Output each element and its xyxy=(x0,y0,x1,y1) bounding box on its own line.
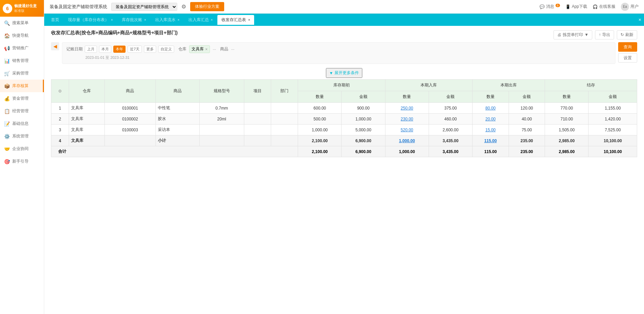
sidebar-item-finance[interactable]: 💰 资金管理 xyxy=(0,92,44,105)
in-qty-link[interactable]: 520.00 xyxy=(385,125,429,135)
col-in-qty-header: 数量 xyxy=(385,91,429,103)
system-icon: ⚙️ xyxy=(4,134,10,139)
out-qty-link[interactable]: 15.00 xyxy=(472,125,509,135)
in-qty-link[interactable]: 230.00 xyxy=(385,114,429,125)
trial-button[interactable]: 体验行业方案 xyxy=(190,2,224,11)
warehouse-filter-more[interactable]: ··· xyxy=(213,47,216,52)
date-filter-label: 记账日期 xyxy=(66,46,83,52)
more-btn[interactable]: 更多 xyxy=(144,46,156,53)
sidebar-logo: 6 xyxy=(3,4,12,13)
tab-home[interactable]: 首页 xyxy=(47,15,63,25)
tab-in-out-summary[interactable]: 出入库汇总 × xyxy=(184,15,217,25)
goods-filter-more[interactable]: ··· xyxy=(231,47,234,52)
tab-close-in-out-flow[interactable]: × xyxy=(178,18,180,22)
this-month-btn[interactable]: 本月 xyxy=(99,46,111,53)
warehouse-tag-close[interactable]: × xyxy=(205,47,208,52)
print-button[interactable]: 🖨 拣货单打印 ▼ xyxy=(554,30,592,39)
avatar: Ea xyxy=(621,3,629,11)
col-out-amt-header: 金额 xyxy=(509,91,545,103)
main-area: 装备及固定资产辅助管理系统 装备及固定资产辅助管理系统 ⚙ 体验行业方案 💬 消… xyxy=(44,0,644,314)
refresh-button[interactable]: ↻ 刷新 xyxy=(617,30,637,39)
system-selector[interactable]: 装备及固定资产辅助管理系统 xyxy=(111,3,177,11)
total-out-amt: 235.00 xyxy=(509,146,545,157)
system-name: 装备及固定资产辅助管理系统 xyxy=(50,4,107,10)
filter-collapse-button[interactable]: ◀ xyxy=(51,42,59,50)
col-department-header: 部门 xyxy=(271,80,298,103)
sidebar-item-operations[interactable]: 📋 经营管理 xyxy=(0,105,44,117)
tab-collect-summary[interactable]: 收发存汇总表 × xyxy=(217,15,254,25)
col-settings-header[interactable]: ⚙ xyxy=(51,80,69,103)
sidebar-item-inventory[interactable]: 📦 库存核算 xyxy=(0,80,44,92)
topbar-right: 💬 消息 6 📱 App下载 🎧 在线客服 Ea 用户 xyxy=(540,3,639,11)
last-7days-btn[interactable]: 近7天 xyxy=(128,46,142,53)
out-qty-link[interactable]: 80.00 xyxy=(472,103,509,114)
sidebar: 6 畅捷通好生意 标准版 🔍 搜索菜单 🏠 快捷导航 📢 营销推广 📊 销售管理… xyxy=(0,0,44,314)
sidebar-item-newbie[interactable]: 🎯 新手引导 xyxy=(0,155,44,168)
query-button[interactable]: 查询 xyxy=(618,42,637,52)
col-closing-header: 结存 xyxy=(545,80,637,91)
sidebar-item-enterprise[interactable]: 🤝 企业协同 xyxy=(0,143,44,155)
tabbar-close-icon[interactable]: × xyxy=(639,17,641,22)
page-header: 收发存汇总表(按仓库+商品编码+商品+规格型号+项目+部门) 🖨 拣货单打印 ▼… xyxy=(44,26,644,42)
sidebar-item-system[interactable]: ⚙️ 系统管理 xyxy=(0,130,44,143)
date-range-display: 2023-01-01 至 2023-12-31 xyxy=(85,55,130,60)
total-in-qty: 1,000.00 xyxy=(385,146,429,157)
tab-close-batch[interactable]: × xyxy=(144,18,146,22)
user-item[interactable]: Ea 用户 xyxy=(621,3,639,11)
sidebar-item-sales[interactable]: 📊 销售管理 xyxy=(0,54,44,67)
last-month-btn[interactable]: 上月 xyxy=(85,46,97,53)
app-download-item[interactable]: 📱 App下载 xyxy=(565,4,587,10)
sidebar-title-line1: 畅捷通好生意 xyxy=(14,3,37,9)
tab-in-out-flow[interactable]: 出入库流水 × xyxy=(151,15,184,25)
col-goods-code-header: 商品 xyxy=(104,80,155,103)
export-button[interactable]: ↑ 导出 xyxy=(595,30,614,39)
page-title: 收发存汇总表(按仓库+商品编码+商品+规格型号+项目+部门) xyxy=(51,30,178,36)
sidebar-menu: 🔍 搜索菜单 🏠 快捷导航 📢 营销推广 📊 销售管理 🛒 采购管理 📦 库存核… xyxy=(0,17,44,314)
settings-icon: ⚙ xyxy=(58,89,62,94)
total-close-amt: 10,100.00 xyxy=(589,146,637,157)
operations-icon: 📋 xyxy=(4,109,10,114)
print-icon: 🖨 xyxy=(557,32,561,37)
headset-icon: 🎧 xyxy=(593,4,598,9)
goods-filter-label: 商品 xyxy=(220,46,228,52)
sidebar-item-basic[interactable]: 📝 基础信息 xyxy=(0,117,44,130)
this-year-btn[interactable]: 本年 xyxy=(113,46,126,53)
expand-row: ▼ 展开更多条件 xyxy=(44,67,644,79)
col-opening-amt-header: 金额 xyxy=(342,91,385,103)
in-qty-link[interactable]: 1,000.00 xyxy=(385,135,429,146)
tab-close-inventory-dist[interactable]: × xyxy=(111,18,113,22)
sidebar-item-purchase[interactable]: 🛒 采购管理 xyxy=(0,67,44,80)
topbar-left: 装备及固定资产辅助管理系统 装备及固定资产辅助管理系统 ⚙ 体验行业方案 xyxy=(50,2,224,11)
custom-btn[interactable]: 自定义 xyxy=(158,46,174,53)
total-out-qty: 115.00 xyxy=(472,146,509,157)
sidebar-header: 6 畅捷通好生意 标准版 xyxy=(0,0,44,17)
sidebar-title-block: 畅捷通好生意 标准版 xyxy=(14,3,37,13)
tab-close-collect-summary[interactable]: × xyxy=(248,18,250,22)
sidebar-item-search[interactable]: 🔍 搜索菜单 xyxy=(0,17,44,29)
out-qty-link[interactable]: 115.00 xyxy=(472,135,509,146)
sidebar-item-marketing[interactable]: 📢 营销推广 xyxy=(0,42,44,54)
expand-conditions-button[interactable]: ▼ 展开更多条件 xyxy=(326,68,363,78)
date-filter-section: 记账日期 上月 本月 本年 近7天 更多 自定义 xyxy=(66,46,174,53)
table-row: 1文具库0100001中性笔0.7mm600.00900.00250.00375… xyxy=(51,103,637,114)
home-icon: 🏠 xyxy=(4,33,10,38)
export-icon: ↑ xyxy=(599,32,601,37)
notification-item[interactable]: 💬 消息 6 xyxy=(540,4,560,10)
filter-settings-button[interactable]: 设置 xyxy=(618,53,637,63)
online-service-item[interactable]: 🎧 在线客服 xyxy=(593,4,615,10)
phone-icon: 📱 xyxy=(565,4,571,9)
table-wrapper: ⚙ 仓库 商品 商品 规格型号 项目 部门 库存期初 本期入库 本期出库 结存 xyxy=(44,79,644,157)
tab-inventory-dist[interactable]: 现存量（库存分布表） × xyxy=(64,15,117,25)
tabbar: 首页 现存量（库存分布表） × 库存批次账 × 出入库流水 × 出入库汇总 × … xyxy=(44,14,644,26)
gear-icon[interactable]: ⚙ xyxy=(181,3,186,10)
inventory-icon: 📦 xyxy=(4,83,10,89)
tab-close-in-out-summary[interactable]: × xyxy=(211,18,213,22)
sidebar-title-line2: 标准版 xyxy=(14,9,37,13)
newbie-icon: 🎯 xyxy=(4,159,10,164)
out-qty-link[interactable]: 20.00 xyxy=(472,114,509,125)
basic-icon: 📝 xyxy=(4,121,10,127)
sidebar-item-quicknav[interactable]: 🏠 快捷导航 xyxy=(0,29,44,42)
tab-batch[interactable]: 库存批次账 × xyxy=(118,15,150,25)
col-in-header: 本期入库 xyxy=(385,80,472,91)
in-qty-link[interactable]: 250.00 xyxy=(385,103,429,114)
